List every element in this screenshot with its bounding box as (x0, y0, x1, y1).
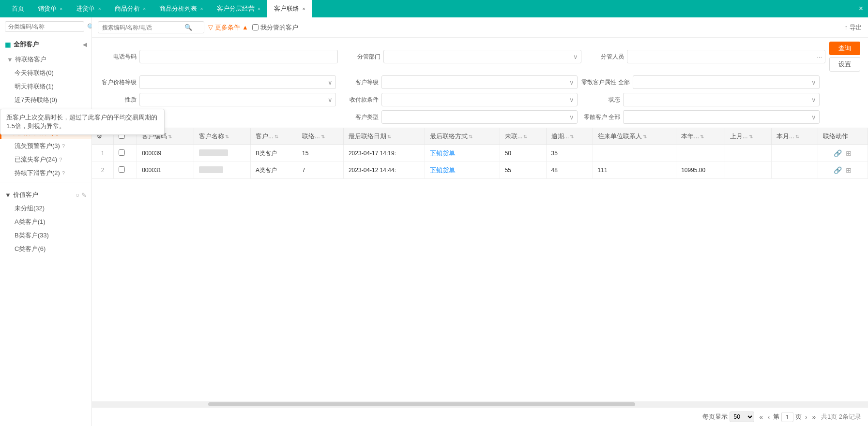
sort-last-method[interactable]: ⇅ (469, 134, 472, 139)
prev-page-btn[interactable]: ‹ (766, 413, 771, 421)
sidebar-item-churned[interactable]: 已流失客户(24) ? (0, 153, 91, 166)
sidebar-item-class-c[interactable]: C类客户(6) (0, 242, 91, 256)
row-overdue-2: 48 (546, 162, 593, 179)
sidebar-item-today[interactable]: 今天待联络(0) (0, 66, 91, 80)
query-button[interactable]: 查询 (829, 42, 860, 55)
link-icon-1[interactable]: 🔗 (834, 149, 842, 157)
main-search-input[interactable] (102, 24, 184, 31)
more-conditions-btn[interactable]: ▽ 更多条件 ▲ (208, 23, 248, 32)
scroll-thumb[interactable] (208, 402, 635, 406)
close-customer-contact-tab[interactable]: × (302, 6, 305, 12)
select-customer-grade[interactable]: ∨ (381, 75, 578, 89)
horizontal-scrollbar[interactable] (92, 401, 868, 407)
nav-purchase[interactable]: 进货单 × (69, 0, 107, 17)
sort-contact-person[interactable]: ⇅ (643, 134, 647, 139)
window-close-button[interactable]: × (859, 4, 863, 13)
next-page-btn[interactable]: › (804, 413, 808, 421)
filter-person: 分管人员 ··· (585, 50, 825, 63)
grid-icon-1[interactable]: ⊞ (846, 149, 852, 157)
row-actions-1: 🔗 ⊞ (818, 145, 868, 162)
select-dept[interactable]: ∨ (383, 50, 582, 63)
filter-bar: 🔍 ▽ 更多条件 ▲ 我分管的客户 ↑ 导出 (92, 17, 868, 38)
sidebar-collapse-btn[interactable]: ◀ (83, 42, 87, 48)
close-customer-stratification-tab[interactable]: × (258, 6, 260, 12)
info-icon-churn-warning: ? (62, 143, 65, 149)
close-product-analysis-tab[interactable]: × (143, 6, 146, 12)
per-page-area: 每页显示 50 20 100 (702, 411, 754, 422)
select-person[interactable]: ··· (627, 50, 825, 63)
sidebar-item-ungrouped[interactable]: 未分组(32) (0, 202, 91, 215)
action-buttons: 查询 设置 (829, 42, 862, 72)
last-page-btn[interactable]: » (811, 413, 817, 421)
sort-unlinked[interactable]: ⇅ (523, 134, 527, 139)
label-person: 分管人员 (585, 53, 624, 61)
sidebar-search-area: 🔍 (0, 17, 91, 36)
sort-last-month[interactable]: ⇅ (749, 134, 753, 139)
nav-sales[interactable]: 销货单 × (31, 0, 69, 17)
row-code-2: 000031 (137, 162, 194, 179)
edit-icon[interactable]: ✎ (81, 191, 87, 199)
sidebar-item-7days[interactable]: 近7天待联络(0) (0, 93, 91, 107)
main-search-icon[interactable]: 🔍 (184, 24, 192, 31)
sort-contact[interactable]: ⇅ (321, 134, 325, 139)
select-phone[interactable] (139, 50, 338, 63)
sidebar-item-class-a[interactable]: A类客户(1) (0, 215, 91, 229)
row-checkbox-1[interactable] (119, 149, 125, 156)
nav-product-analysis-list[interactable]: 商品分析列表 × (152, 0, 210, 17)
select-customer-type[interactable]: ∨ (381, 110, 578, 124)
filter-phone: 电话号码 (98, 50, 338, 63)
close-product-analysis-list-tab[interactable]: × (200, 6, 203, 12)
pagination-bar: 每页显示 50 20 100 « ‹ 第 1 页 › » 共1页 2条记录 (92, 407, 868, 426)
first-page-btn[interactable]: « (758, 413, 764, 421)
sort-overdue[interactable]: ⇅ (570, 134, 574, 139)
row-checkbox-2[interactable] (119, 166, 125, 173)
sidebar-item-declining[interactable]: 持续下滑客户(2) ? (0, 166, 91, 180)
filter-row-1: 电话号码 分管部门 ∨ 分管人员 ··· 查询 设置 (98, 42, 862, 72)
method-link-1[interactable]: 下销货单 (430, 149, 455, 157)
sidebar-search-icon[interactable]: 🔍 (87, 23, 92, 30)
row-unlinked-2: 55 (500, 162, 546, 179)
filter-price-grade: 客户价格等级 ∨ (98, 75, 336, 89)
sort-this-year[interactable]: ⇅ (700, 134, 704, 139)
label-customer-grade: 客户等级 (340, 78, 379, 87)
select-retail-attr[interactable]: ∨ (633, 75, 820, 89)
sidebar-item-class-b[interactable]: B类客户(33) (0, 229, 91, 242)
sidebar-item-tomorrow[interactable]: 明天待联络(1) (0, 80, 91, 93)
all-customers-section: ▦ 全部客户 ◀ (0, 36, 91, 52)
select-payment[interactable]: ∨ (381, 93, 578, 106)
setting-button[interactable]: 设置 (829, 57, 860, 72)
th-unlinked: 未联...⇅ (500, 128, 546, 145)
nav-product-analysis[interactable]: 商品分析 × (108, 0, 152, 17)
sort-this-month[interactable]: ⇅ (795, 134, 799, 139)
grid-icon-2[interactable]: ⊞ (846, 166, 852, 174)
sort-name[interactable]: ⇅ (225, 134, 229, 139)
per-page-select[interactable]: 50 20 100 (730, 411, 754, 422)
value-customers-header[interactable]: ▼ 价值客户 ○ ✎ (0, 188, 91, 202)
pending-contact-group-title[interactable]: ▼ 待联络客户 (0, 53, 91, 66)
row-method-2: 下销货单 (425, 162, 500, 179)
label-payment: 收付款条件 (340, 96, 379, 104)
th-contact-person: 往来单位联系人⇅ (593, 128, 676, 145)
select-nature[interactable]: ∨ (139, 93, 336, 106)
sort-type[interactable]: ⇅ (274, 134, 278, 139)
nav-home[interactable]: 首页 (5, 0, 31, 17)
link-icon-2[interactable]: 🔗 (834, 166, 842, 174)
nav-customer-contact[interactable]: 客户联络 × (267, 0, 312, 17)
select-status[interactable]: ∨ (623, 93, 820, 106)
close-sales-tab[interactable]: × (60, 6, 62, 12)
sidebar-item-churn-warning[interactable]: 流失预警客户(3) ? (0, 139, 91, 153)
close-purchase-tab[interactable]: × (98, 6, 101, 12)
method-link-2[interactable]: 下销货单 (430, 166, 455, 174)
export-button[interactable]: ↑ 导出 (845, 23, 863, 32)
select-price-grade[interactable]: ∨ (139, 75, 336, 89)
nav-customer-stratification[interactable]: 客户分层经营 × (210, 0, 267, 17)
label-dept: 分管部门 (342, 53, 381, 61)
circle-icon[interactable]: ○ (76, 191, 79, 199)
my-customers-checkbox[interactable] (252, 24, 259, 30)
sort-code[interactable]: ⇅ (168, 134, 172, 139)
name-blur-1 (199, 149, 228, 156)
th-actions: 联络动作 (818, 128, 868, 145)
select-retail-customer[interactable]: ∨ (623, 110, 820, 124)
sidebar-search-input[interactable] (5, 21, 84, 32)
sort-last-date[interactable]: ⇅ (387, 134, 391, 139)
